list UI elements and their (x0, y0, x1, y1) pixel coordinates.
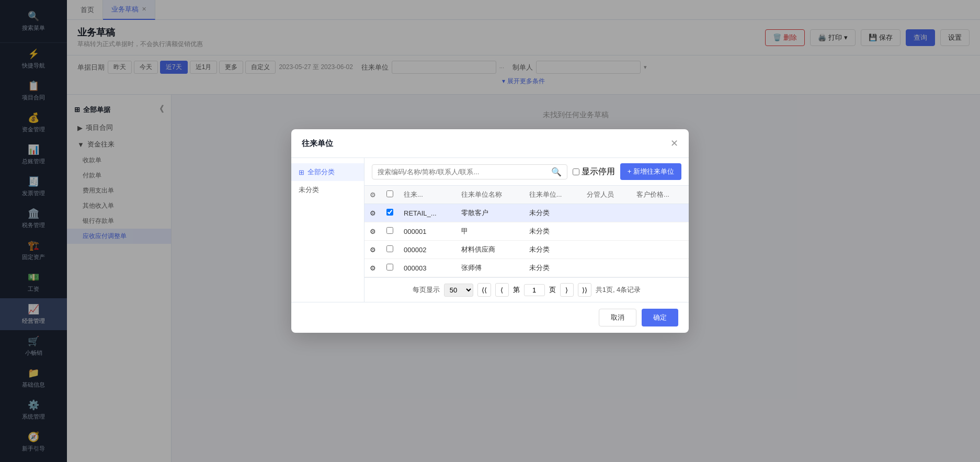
row-category: 未分类 (524, 204, 582, 222)
row-name: 零散客户 (456, 204, 524, 222)
table-row[interactable]: ⚙ 000002 材料供应商 未分类 (364, 241, 689, 259)
dialog-category-all[interactable]: ⊞ 全部分类 (291, 163, 364, 181)
th-name: 往来单位名称 (456, 186, 524, 204)
table-row[interactable]: ⚙ 000003 张师傅 未分类 (364, 259, 689, 277)
row-checkbox-cell[interactable] (381, 259, 398, 277)
select-all-checkbox[interactable] (386, 190, 393, 197)
dialog-overlay[interactable]: 往来单位 ✕ ⊞ 全部分类 未分类 🔍 (0, 0, 980, 462)
show-disabled-check[interactable] (573, 168, 579, 175)
th-settings: ⚙ (364, 186, 381, 204)
table-header-row: ⚙ 往来... 往来单位名称 往来单位... (364, 186, 689, 204)
row-category: 未分类 (524, 259, 582, 277)
table-row[interactable]: ⚙ RETAIL_... 零散客户 未分类 (364, 204, 689, 222)
row-checkbox[interactable] (386, 227, 393, 234)
row-manager (582, 222, 632, 241)
row-name: 甲 (456, 222, 524, 241)
dialog-close-icon[interactable]: ✕ (670, 138, 678, 149)
category-all-icon: ⊞ (299, 168, 304, 176)
row-name: 材料供应商 (456, 241, 524, 259)
row-checkbox-cell[interactable] (381, 241, 398, 259)
row-settings-icon: ⚙ (364, 259, 381, 277)
last-page-btn[interactable]: ⟩⟩ (578, 283, 591, 297)
row-checkbox-cell[interactable] (381, 222, 398, 241)
row-manager (582, 204, 632, 222)
th-price-level: 客户价格... (631, 186, 689, 204)
add-partner-button[interactable]: + 新增往来单位 (620, 163, 681, 180)
row-settings-icon: ⚙ (364, 204, 381, 222)
row-settings-icon: ⚙ (364, 241, 381, 259)
dialog-category-uncategorized[interactable]: 未分类 (291, 181, 364, 199)
row-category: 未分类 (524, 222, 582, 241)
table-row[interactable]: ⚙ 000001 甲 未分类 (364, 222, 689, 241)
row-name: 张师傅 (456, 259, 524, 277)
dialog-toolbar: 🔍 显示停用 + 新增往来单位 (364, 158, 689, 186)
search-icon: 🔍 (551, 167, 562, 177)
partner-table: ⚙ 往来... 往来单位名称 往来单位... (364, 186, 689, 277)
page-size-select[interactable]: 50 10 20 100 (444, 284, 473, 297)
dialog-categories: ⊞ 全部分类 未分类 (291, 158, 364, 302)
search-box: 🔍 (372, 164, 567, 179)
dialog-title: 往来单位 (302, 139, 333, 149)
row-price-level (631, 241, 689, 259)
row-checkbox[interactable] (386, 245, 393, 252)
th-check (381, 186, 398, 204)
row-price-level (631, 222, 689, 241)
row-code: 000002 (398, 241, 456, 259)
dialog-right: 🔍 显示停用 + 新增往来单位 ⚙ (364, 158, 689, 302)
row-code: RETAIL_... (398, 204, 456, 222)
row-price-level (631, 204, 689, 222)
row-checkbox[interactable] (386, 264, 393, 271)
row-checkbox[interactable] (386, 209, 393, 216)
row-code: 000001 (398, 222, 456, 241)
partner-dialog: 往来单位 ✕ ⊞ 全部分类 未分类 🔍 (291, 129, 689, 333)
row-manager (582, 259, 632, 277)
row-checkbox-cell[interactable] (381, 204, 398, 222)
th-manager: 分管人员 (582, 186, 632, 204)
show-disabled-checkbox[interactable]: 显示停用 (573, 166, 615, 177)
prev-page-btn[interactable]: ⟨ (495, 283, 509, 297)
search-input[interactable] (378, 168, 548, 176)
row-settings-icon: ⚙ (364, 222, 381, 241)
th-code: 往来... (398, 186, 456, 204)
dialog-header: 往来单位 ✕ (291, 129, 689, 158)
row-manager (582, 241, 632, 259)
th-category: 往来单位... (524, 186, 582, 204)
first-page-btn[interactable]: ⟨⟨ (477, 283, 491, 297)
dialog-body: ⊞ 全部分类 未分类 🔍 显示停用 (291, 158, 689, 302)
row-category: 未分类 (524, 241, 582, 259)
dialog-table-wrap: ⚙ 往来... 往来单位名称 往来单位... (364, 186, 689, 277)
row-price-level (631, 259, 689, 277)
next-page-btn[interactable]: ⟩ (560, 283, 574, 297)
dialog-pagination: 每页显示 50 10 20 100 ⟨⟨ ⟨ 第 页 ⟩ ⟩⟩ 共1页, 4条记… (364, 277, 689, 302)
confirm-button[interactable]: 确定 (642, 309, 678, 326)
row-code: 000003 (398, 259, 456, 277)
page-input[interactable] (524, 284, 545, 296)
dialog-footer: 取消 确定 (291, 302, 689, 333)
cancel-button[interactable]: 取消 (599, 309, 636, 326)
